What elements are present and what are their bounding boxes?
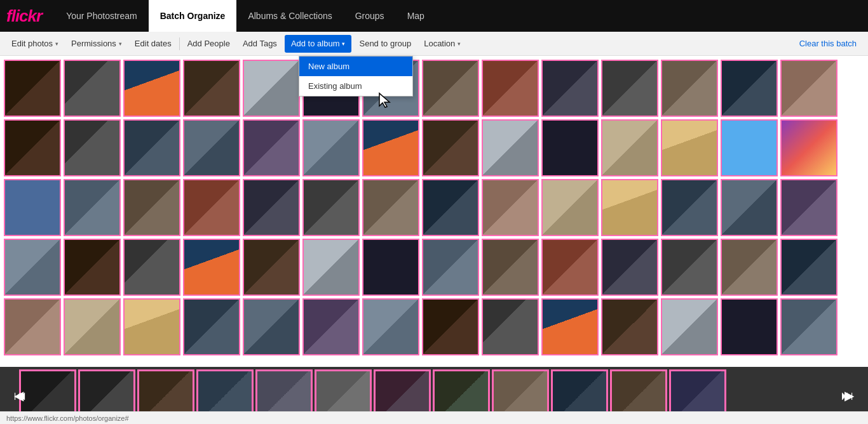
photo-cell[interactable] xyxy=(661,298,718,355)
add-people-button[interactable]: Add People xyxy=(181,32,236,56)
photo-cell[interactable] xyxy=(541,298,599,355)
photo-cell[interactable] xyxy=(4,239,61,296)
photo-cell[interactable] xyxy=(661,119,718,176)
photo-cell[interactable] xyxy=(422,119,479,176)
photo-cell[interactable] xyxy=(183,60,240,117)
photo-cell[interactable] xyxy=(302,298,360,355)
edit-dates-button[interactable]: Edit dates xyxy=(128,32,178,56)
top-nav: flickr Your Photostream Batch Organize A… xyxy=(0,0,868,32)
permissions-caret: ▾ xyxy=(119,41,122,47)
photo-cell[interactable] xyxy=(482,298,539,355)
photo-cell[interactable] xyxy=(4,119,61,176)
photo-cell[interactable] xyxy=(541,119,599,176)
photo-cell[interactable] xyxy=(422,179,479,236)
photo-cell[interactable] xyxy=(362,239,419,296)
photo-cell[interactable] xyxy=(482,119,539,176)
photo-cell[interactable] xyxy=(243,239,300,296)
toolbar: Edit photos ▾ Permissions ▾ Edit dates A… xyxy=(0,32,868,56)
photo-cell[interactable] xyxy=(64,239,121,296)
photo-cell[interactable] xyxy=(243,179,300,236)
status-url: https://www.flickr.com/photos/organize# xyxy=(6,414,129,422)
nav-albums[interactable]: Albums & Collections xyxy=(236,0,343,32)
status-bar: https://www.flickr.com/photos/organize# xyxy=(0,411,868,424)
photo-cell[interactable] xyxy=(302,119,360,176)
photo-cell[interactable] xyxy=(541,179,599,236)
photo-cell[interactable] xyxy=(4,60,61,117)
photo-cell[interactable] xyxy=(721,239,778,296)
location-button[interactable]: Location ▾ xyxy=(417,32,467,56)
photo-cell[interactable] xyxy=(4,298,61,355)
photo-cell[interactable] xyxy=(482,179,539,236)
nav-map[interactable]: Map xyxy=(396,0,436,32)
photo-cell[interactable] xyxy=(541,60,599,117)
photo-cell[interactable] xyxy=(302,239,360,296)
photo-cell[interactable] xyxy=(243,119,300,176)
permissions-button[interactable]: Permissions ▾ xyxy=(65,32,128,56)
photo-cell[interactable] xyxy=(64,179,121,236)
photo-cell[interactable] xyxy=(721,119,778,176)
photo-cell[interactable] xyxy=(780,179,837,236)
photo-cell[interactable] xyxy=(362,119,419,176)
photo-cell[interactable] xyxy=(123,298,180,355)
add-to-album-button[interactable]: Add to album ▾ xyxy=(285,35,352,53)
photo-cell[interactable] xyxy=(721,179,778,236)
photo-cell[interactable] xyxy=(601,60,658,117)
nav-groups[interactable]: Groups xyxy=(344,0,396,32)
photo-cell[interactable] xyxy=(243,298,300,355)
photo-cell[interactable] xyxy=(422,298,479,355)
photo-cell[interactable] xyxy=(183,179,240,236)
photo-cell[interactable] xyxy=(64,119,121,176)
photo-cell[interactable] xyxy=(183,298,240,355)
add-tags-button[interactable]: Add Tags xyxy=(236,32,283,56)
nav-photostream[interactable]: Your Photostream xyxy=(55,0,149,32)
add-to-album-caret: ▾ xyxy=(342,41,345,47)
new-album-option[interactable]: New album xyxy=(299,56,412,76)
send-to-group-button[interactable]: Send to group xyxy=(353,32,417,56)
edit-photos-button[interactable]: Edit photos ▾ xyxy=(5,32,65,56)
photo-cell[interactable] xyxy=(601,239,658,296)
photo-cell[interactable] xyxy=(123,119,180,176)
photo-cell[interactable] xyxy=(601,119,658,176)
photo-cell[interactable] xyxy=(243,60,300,117)
photo-cell[interactable] xyxy=(661,60,718,117)
photo-cell[interactable] xyxy=(362,298,419,355)
filmstrip-last-button[interactable]: ⏭ xyxy=(839,388,857,403)
photo-cell[interactable] xyxy=(123,60,180,117)
nav-batch-organize[interactable]: Batch Organize xyxy=(149,0,237,32)
photo-cell[interactable] xyxy=(721,60,778,117)
photo-cell[interactable] xyxy=(780,298,837,355)
photo-cell[interactable] xyxy=(362,179,419,236)
photo-cell[interactable] xyxy=(482,60,539,117)
photo-cell[interactable] xyxy=(482,239,539,296)
toolbar-separator-1 xyxy=(179,37,180,50)
photo-cell[interactable] xyxy=(601,298,658,355)
photo-cell[interactable] xyxy=(302,179,360,236)
photo-cell[interactable] xyxy=(661,239,718,296)
photo-cell[interactable] xyxy=(123,239,180,296)
photo-cell[interactable] xyxy=(64,60,121,117)
edit-photos-caret: ▾ xyxy=(55,41,58,47)
photo-cell[interactable] xyxy=(780,239,837,296)
photo-cell[interactable] xyxy=(183,119,240,176)
filmstrip-prev-button[interactable]: ◀ xyxy=(11,388,26,403)
photo-cell[interactable] xyxy=(183,239,240,296)
photo-cell[interactable] xyxy=(422,239,479,296)
photo-cell[interactable] xyxy=(601,179,658,236)
photo-cell[interactable] xyxy=(64,298,121,355)
photo-cell[interactable] xyxy=(780,119,837,176)
photo-cell[interactable] xyxy=(541,239,599,296)
photo-cell[interactable] xyxy=(123,179,180,236)
existing-album-option[interactable]: Existing album xyxy=(299,76,412,96)
photo-cell[interactable] xyxy=(721,298,778,355)
location-caret: ▾ xyxy=(458,41,461,47)
flickr-logo[interactable]: flickr xyxy=(6,6,42,26)
photo-grid xyxy=(0,56,868,359)
photo-cell[interactable] xyxy=(780,60,837,117)
photo-cell[interactable] xyxy=(661,179,718,236)
clear-batch-link[interactable]: Clear this batch xyxy=(793,39,863,48)
add-to-album-dropdown: New album Existing album xyxy=(299,56,413,96)
photo-cell[interactable] xyxy=(4,179,61,236)
photo-cell[interactable] xyxy=(422,60,479,117)
